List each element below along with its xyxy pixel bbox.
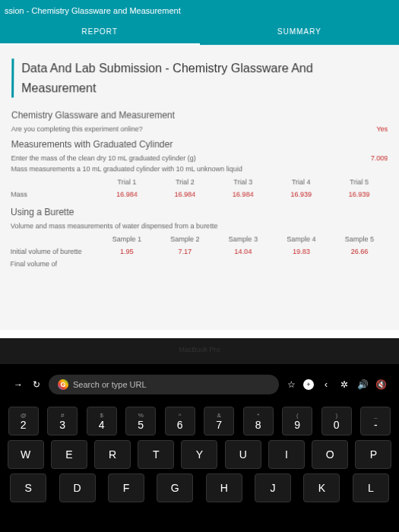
key--[interactable]: _-: [360, 407, 391, 435]
question-label: Are you completing this experiment onlin…: [11, 125, 143, 133]
key-G[interactable]: G: [157, 473, 193, 502]
section-heading-3: Using a Burette: [11, 207, 388, 217]
key-K[interactable]: K: [303, 473, 340, 502]
table-cell: 16.984: [156, 188, 214, 201]
table-caption: Volume and mass measurements of water di…: [11, 222, 218, 230]
key-Y[interactable]: Y: [181, 440, 217, 469]
keyboard-area: → ↻ G Search or type URL ☆ + ‹ ✲ 🔊 🔇 @2#…: [0, 364, 399, 513]
tab-summary[interactable]: SUMMARY: [200, 20, 400, 45]
brightness-icon[interactable]: ✲: [338, 378, 350, 391]
key-F[interactable]: F: [108, 473, 144, 502]
samples-table: Sample 1 Sample 2 Sample 3 Sample 4 Samp…: [10, 233, 388, 271]
key-5[interactable]: %5: [125, 407, 156, 435]
table-header: Sample 5: [331, 233, 389, 245]
tab-bar: REPORT SUMMARY: [0, 20, 399, 45]
table-row-label: Final volume of: [10, 258, 388, 270]
url-placeholder: Search or type URL: [73, 380, 270, 389]
key-0[interactable]: )0: [321, 407, 352, 435]
mute-icon[interactable]: 🔇: [375, 378, 387, 391]
google-icon: G: [58, 379, 68, 390]
forward-icon[interactable]: →: [12, 378, 24, 391]
key-2[interactable]: @2: [8, 407, 39, 435]
reload-icon[interactable]: ↻: [30, 378, 43, 391]
table-header: Sample 3: [214, 233, 273, 245]
table-cell: 26.66: [331, 245, 389, 258]
table-cell: 7.17: [156, 245, 214, 258]
key-R[interactable]: R: [94, 440, 131, 469]
table-header: Trial 1: [98, 176, 156, 188]
table-cell: 19.83: [272, 245, 331, 258]
table-cell: 1.95: [97, 245, 156, 258]
trials-table: Trial 1 Trial 2 Trial 3 Trial 4 Trial 5 …: [11, 176, 388, 201]
star-icon[interactable]: ☆: [285, 378, 297, 391]
key-3[interactable]: #3: [47, 407, 78, 435]
key-W[interactable]: W: [8, 440, 44, 469]
table-cell: 16.984: [98, 188, 156, 201]
question-value: Yes: [376, 125, 388, 133]
chevron-left-icon[interactable]: ‹: [320, 378, 332, 391]
question-value: 7.009: [371, 154, 388, 162]
table-cell: 16.984: [214, 188, 272, 201]
table-header: Sample 4: [272, 233, 331, 245]
keyboard-row-qwerty: WERTYUIOP: [6, 440, 393, 469]
key-L[interactable]: L: [353, 473, 389, 502]
table-header: Sample 1: [98, 233, 157, 245]
url-bar[interactable]: G Search or type URL: [49, 375, 279, 394]
key-4[interactable]: $4: [87, 407, 117, 435]
key-S[interactable]: S: [10, 473, 46, 502]
tab-report[interactable]: REPORT: [0, 20, 200, 45]
table-header: Trial 5: [330, 176, 388, 188]
volume-icon[interactable]: 🔊: [356, 378, 369, 391]
key-P[interactable]: P: [355, 440, 391, 469]
table-header: Trial 3: [214, 176, 272, 188]
table-cell: 16.939: [272, 188, 330, 201]
table-header: Trial 4: [272, 176, 330, 188]
key-D[interactable]: D: [59, 473, 96, 502]
key-H[interactable]: H: [206, 473, 242, 502]
table-cell: 16.939: [330, 188, 388, 201]
window-title: ssion - Chemistry Glassware and Measurem…: [5, 6, 394, 20]
key-O[interactable]: O: [312, 440, 348, 469]
question-label: Enter the mass of the clean dry 10 mL gr…: [11, 154, 195, 162]
add-icon[interactable]: +: [303, 379, 314, 390]
table-cell: 14.04: [214, 245, 273, 258]
key-E[interactable]: E: [51, 440, 87, 469]
key-T[interactable]: T: [138, 440, 174, 469]
key-U[interactable]: U: [225, 440, 261, 469]
key-7[interactable]: &7: [204, 407, 234, 435]
page-title: Data And Lab Submission - Chemistry Glas…: [11, 59, 388, 97]
table-row-label: Mass: [11, 188, 98, 201]
table-caption: Mass measurements a 10 mL graduated cyli…: [11, 165, 242, 173]
key-6[interactable]: ^6: [165, 407, 195, 435]
table-header: Sample 2: [156, 233, 214, 245]
section-heading-1: Chemistry Glassware and Measurement: [11, 110, 388, 121]
key-J[interactable]: J: [255, 473, 291, 502]
keyboard-row-numbers: @2#3$4%5^6&7*8(9)0_-: [6, 407, 393, 435]
table-header: Trial 2: [156, 176, 214, 188]
section-heading-2: Measurements with Graduated Cylinder: [11, 139, 388, 150]
laptop-brand: MacBook Pro: [0, 334, 399, 364]
browser-toolbar: → ↻ G Search or type URL ☆ + ‹ ✲ 🔊 🔇: [6, 370, 393, 399]
keyboard-row-asdf: SDFGHJKL: [6, 473, 393, 502]
table-row-label: Initial volume of burette: [11, 245, 98, 258]
key-8[interactable]: *8: [243, 407, 274, 435]
key-I[interactable]: I: [268, 440, 305, 469]
key-9[interactable]: (9: [282, 407, 312, 435]
report-content: Data And Lab Submission - Chemistry Glas…: [0, 45, 399, 330]
